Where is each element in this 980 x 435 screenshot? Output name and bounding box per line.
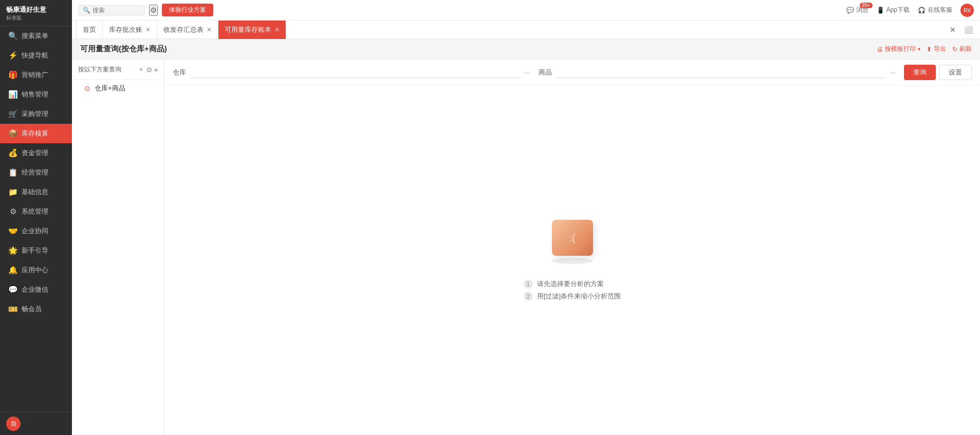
- sidebar-item-label: 快捷导航: [22, 51, 48, 60]
- export-icon: ⬆: [927, 46, 932, 53]
- print-icon: 🖨: [877, 46, 883, 53]
- settings-button[interactable]: 设置: [939, 65, 972, 80]
- settings-icon[interactable]: ⚙: [149, 5, 158, 16]
- tab-close-receipt[interactable]: ✕: [207, 26, 212, 33]
- sidebar-item-finance[interactable]: 💰 资金管理: [0, 143, 72, 163]
- message-badge: 99+: [860, 3, 873, 8]
- folder-icon: 📁: [8, 187, 17, 197]
- message-button[interactable]: 💬 消息 99+: [846, 6, 868, 14]
- app-subtitle: 标准版: [6, 14, 66, 22]
- tab-home[interactable]: 首页: [76, 21, 103, 39]
- search-box[interactable]: 🔍: [78, 5, 145, 15]
- sidebar-logo: 畅康通好生意 标准版: [0, 0, 72, 26]
- warehouse-input[interactable]: [190, 67, 520, 78]
- sidebar-item-operation[interactable]: 📋 经营管理: [0, 163, 72, 182]
- page-title: 可用量查询(按仓库+商品): [80, 44, 167, 54]
- filter-header: 按以下方案查询 ＋ ⊙ «: [72, 60, 164, 80]
- topbar: 🔍 ⚙ 体验行业方案 💬 消息 99+ 📱 App下载 🎧 在线客服 Rit: [72, 0, 980, 21]
- main-area: 🔍 ⚙ 体验行业方案 💬 消息 99+ 📱 App下载 🎧 在线客服 Rit: [72, 0, 980, 435]
- sidebar-item-marketing[interactable]: 🎁 营销推广: [0, 65, 72, 85]
- sidebar-item-label: 营销推广: [22, 70, 48, 80]
- sidebar-footer[interactable]: 我: [0, 412, 72, 435]
- customer-service-button[interactable]: 🎧 在线客服: [918, 6, 952, 14]
- chevron-down-icon: ▾: [918, 46, 920, 52]
- tab-receipt-summary[interactable]: 收发存汇总表 ✕: [157, 21, 218, 39]
- empty-illustration: [542, 220, 603, 271]
- app-download-button[interactable]: 📱 App下载: [877, 6, 910, 14]
- topbar-right: 💬 消息 99+ 📱 App下载 🎧 在线客服 Rit: [846, 4, 974, 17]
- sidebar-item-label: 采购管理: [22, 109, 48, 119]
- warehouse-more-icon[interactable]: ···: [524, 68, 530, 77]
- sidebar-item-sales[interactable]: 📊 销售管理: [0, 85, 72, 104]
- empty-hint-1: 1 请先选择要分析的方案: [524, 279, 621, 289]
- sidebar-item-shortcut[interactable]: ⚡ 快捷导航: [0, 46, 72, 65]
- scheme-settings-button[interactable]: ⊙: [146, 66, 152, 73]
- print-button[interactable]: 🖨 按模板打印 ▾: [877, 45, 920, 53]
- goods-input[interactable]: [556, 67, 886, 78]
- scheme-item-warehouse-goods[interactable]: ⊙ 仓库+商品: [72, 80, 164, 97]
- sidebar-item-label: 基础信息: [22, 187, 48, 197]
- star-icon: 🌟: [8, 246, 17, 255]
- sidebar-item-wechat[interactable]: 💬 企业微信: [0, 280, 72, 299]
- refresh-label: 刷新: [959, 45, 972, 53]
- warehouse-field: 仓库 ···: [173, 67, 530, 78]
- expand-window-icon[interactable]: ⬜: [961, 25, 976, 35]
- bell-icon: 🔔: [8, 266, 17, 275]
- sidebar-item-purchase[interactable]: 🛒 采购管理: [0, 104, 72, 124]
- refresh-button[interactable]: ↻ 刷新: [952, 45, 972, 53]
- tab-close-available[interactable]: ✕: [274, 26, 280, 33]
- empty-hints: 1 请先选择要分析的方案 2 用[过滤]条件来缩小分析范围: [524, 279, 621, 301]
- sidebar-item-enterprise[interactable]: 🤝 企业协同: [0, 221, 72, 241]
- tab-close-batch[interactable]: ✕: [145, 26, 151, 33]
- sidebar-item-label: 企业微信: [22, 285, 48, 294]
- phone-icon: 📱: [877, 7, 884, 14]
- hint-number-2: 2: [524, 292, 533, 301]
- scheme-icon: ⊙: [84, 84, 90, 92]
- sidebar-item-label: 销售管理: [22, 90, 48, 99]
- scheme-label: 仓库+商品: [95, 84, 125, 93]
- customer-service-label: 在线客服: [928, 6, 952, 14]
- shortcut-icon: ⚡: [8, 51, 17, 60]
- goods-more-icon[interactable]: ···: [890, 68, 896, 77]
- sidebar-item-member[interactable]: 🎫 畅会员: [0, 299, 72, 319]
- filter-panel: 按以下方案查询 ＋ ⊙ « ⊙ 仓库+商品: [72, 60, 164, 435]
- search-icon: 🔍: [83, 7, 90, 14]
- sidebar-item-label: 畅会员: [22, 305, 42, 314]
- user-initials: Rit: [964, 7, 970, 13]
- close-window-icon[interactable]: ✕: [947, 25, 959, 35]
- tab-available-ledger[interactable]: 可用量库存账本 ✕: [218, 21, 286, 39]
- empty-hint-2: 2 用[过滤]条件来缩小分析范围: [524, 292, 621, 301]
- handshake-icon: 🤝: [8, 226, 17, 236]
- sidebar-item-label: 应用中心: [22, 266, 48, 275]
- sidebar-item-search[interactable]: 🔍 搜索菜单: [0, 26, 72, 46]
- search-input[interactable]: [93, 7, 134, 14]
- user-profile[interactable]: Rit: [960, 4, 974, 17]
- export-button[interactable]: ⬆ 导出: [927, 45, 946, 53]
- sidebar-item-inventory[interactable]: 📦 库存核算: [0, 124, 72, 143]
- headset-icon: 🎧: [918, 7, 926, 14]
- export-label: 导出: [934, 45, 946, 53]
- cart-icon: 🛒: [8, 109, 17, 119]
- sidebar-item-label: 系统管理: [22, 207, 48, 216]
- goods-field: 商品 ···: [539, 67, 896, 78]
- collapse-panel-button[interactable]: «: [154, 66, 158, 73]
- sidebar-scroll: 🔍 搜索菜单 ⚡ 快捷导航 🎁 营销推广 📊 销售管理 🛒 采购管理 📦 库存核…: [0, 26, 72, 412]
- tabs-actions: ✕ ⬜: [947, 25, 976, 35]
- content-area: 按以下方案查询 ＋ ⊙ « ⊙ 仓库+商品 仓库 ···: [72, 60, 980, 435]
- page-header: 可用量查询(按仓库+商品) 🖨 按模板打印 ▾ ⬆ 导出 ↻ 刷新: [72, 39, 980, 60]
- sidebar-item-basic[interactable]: 📁 基础信息: [0, 182, 72, 202]
- print-label: 按模板打印: [885, 45, 916, 53]
- sidebar: 畅康通好生意 标准版 🔍 搜索菜单 ⚡ 快捷导航 🎁 营销推广 📊 销售管理 🛒…: [0, 0, 72, 435]
- query-button[interactable]: 查询: [904, 65, 936, 80]
- trial-button[interactable]: 体验行业方案: [162, 4, 213, 16]
- sidebar-item-label: 库存核算: [22, 129, 48, 138]
- hint-text-2: 用[过滤]条件来缩小分析范围: [537, 292, 621, 301]
- sidebar-item-guide[interactable]: 🌟 新手引导: [0, 241, 72, 260]
- empty-shadow: [552, 258, 593, 264]
- filter-header-actions: ＋ ⊙ «: [138, 65, 158, 74]
- sidebar-item-system[interactable]: ⚙ 系统管理: [0, 202, 72, 221]
- add-scheme-button[interactable]: ＋: [138, 65, 144, 74]
- sidebar-item-apps[interactable]: 🔔 应用中心: [0, 260, 72, 280]
- chat-icon: 💬: [8, 285, 17, 294]
- tab-batch-account[interactable]: 库存批次账 ✕: [103, 21, 157, 39]
